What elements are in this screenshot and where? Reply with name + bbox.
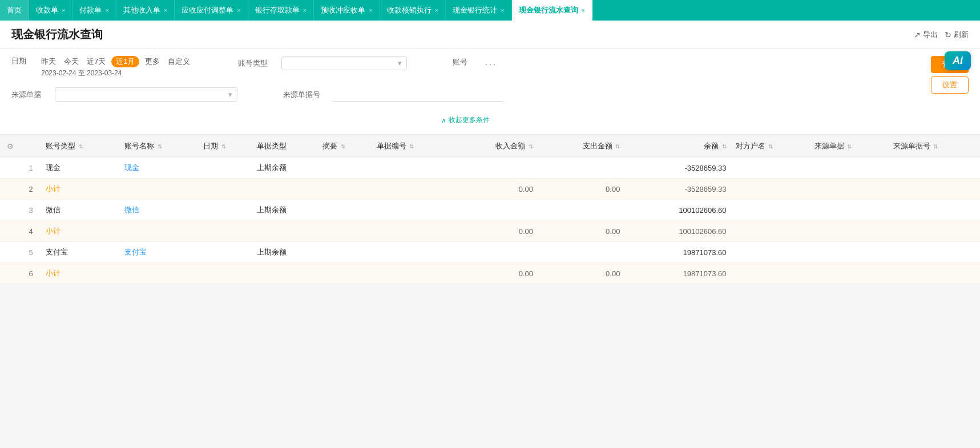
nav-cash-stats[interactable]: 现金银行统计 ×: [446, 0, 511, 21]
row-date-3: [199, 221, 252, 242]
source-doc-no-label: 来源单据号: [283, 90, 323, 100]
sort-icon-source-doc: ⇅: [847, 143, 852, 150]
col-doc-no-label: 单据编号: [377, 142, 406, 150]
nav-other-income-label: 其他收入单: [123, 5, 160, 15]
nav-payment[interactable]: 付款单 ×: [72, 0, 116, 21]
nav-cash-flow-label: 现金银行流水查询: [519, 5, 578, 15]
th-doc-no[interactable]: 单据编号 ⇅: [372, 135, 451, 158]
th-summary[interactable]: 摘要 ⇅: [318, 135, 372, 158]
row-account-type-4: 支付宝: [41, 242, 120, 263]
refresh-button[interactable]: ↻ 刷新: [945, 30, 969, 40]
page-title: 现金银行流水查询: [11, 27, 103, 42]
th-account-name[interactable]: 账号名称 ⇅: [120, 135, 199, 158]
row-doc-type-4: 上期余额: [252, 242, 318, 263]
nav-bank-deposit-close[interactable]: ×: [303, 7, 306, 14]
th-account-type[interactable]: 账号类型 ⇅: [41, 135, 120, 158]
table-row: 5支付宝支付宝上期余额19871073.60: [0, 242, 980, 263]
header-actions: ↗ 导出 ↻ 刷新: [914, 30, 969, 40]
export-button[interactable]: ↗ 导出: [914, 30, 938, 40]
nav-cash-flow[interactable]: 现金银行流水查询 ×: [512, 0, 592, 21]
source-doc-chevron: ▾: [228, 90, 232, 99]
row-date-5: [199, 263, 252, 284]
row-summary-4: [318, 242, 372, 263]
row-index-5: 6: [21, 263, 41, 284]
ai-badge[interactable]: Ai: [945, 51, 971, 70]
nav-prepay-close[interactable]: ×: [369, 7, 372, 14]
account-dots-button[interactable]: ...: [485, 56, 497, 68]
row-source-doc-no-3: [889, 221, 980, 242]
row-counterparty-1: [731, 179, 810, 200]
th-counterparty[interactable]: 对方户名 ⇅: [731, 135, 810, 158]
gear-settings-icon[interactable]: ⚙: [5, 142, 16, 151]
source-doc-no-input[interactable]: [332, 88, 503, 102]
nav-home[interactable]: 首页: [0, 0, 29, 21]
nav-cash-stats-close[interactable]: ×: [501, 7, 504, 14]
shortcut-7days[interactable]: 近7天: [84, 56, 108, 67]
shortcut-yesterday[interactable]: 昨天: [39, 56, 58, 67]
col-source-doc-label: 来源单据: [814, 142, 844, 150]
table-row: 4小计0.000.00100102606.60: [0, 221, 980, 242]
row-account-name-1: [120, 179, 199, 200]
collapse-icon: ∧: [441, 116, 446, 124]
row-account-type-2: 微信: [41, 200, 120, 221]
nav-adjustment[interactable]: 应收应付调整单 ×: [175, 0, 248, 21]
nav-other-income[interactable]: 其他收入单 ×: [116, 0, 175, 21]
row-doc-type-0: 上期余额: [252, 158, 318, 179]
row-counterparty-5: [731, 263, 810, 284]
page-header: 现金银行流水查询 ↗ 导出 ↻ 刷新: [0, 21, 980, 49]
th-expense[interactable]: 支出金额 ⇅: [538, 135, 624, 158]
nav-receipt[interactable]: 收款单 ×: [29, 0, 72, 21]
shortcut-more[interactable]: 更多: [143, 56, 162, 67]
nav-cash-flow-close[interactable]: ×: [582, 7, 585, 14]
account-label: 账号: [453, 57, 475, 67]
account-type-select[interactable]: ▾: [281, 56, 407, 70]
shortcut-today[interactable]: 今天: [62, 56, 81, 67]
row-account-type-3: 小计: [41, 221, 120, 242]
row-expense-5: 0.00: [538, 263, 624, 284]
shortcut-1month[interactable]: 近1月: [111, 56, 139, 67]
nav-verification[interactable]: 收款核销执行 ×: [380, 0, 446, 21]
row-account-name-5: [120, 263, 199, 284]
th-gear: ⚙: [0, 135, 21, 158]
nav-cash-stats-label: 现金银行统计: [453, 5, 497, 15]
source-doc-label: 来源单据: [11, 90, 46, 100]
nav-adjustment-close[interactable]: ×: [237, 7, 240, 14]
col-summary-label: 摘要: [322, 142, 337, 150]
nav-other-income-close[interactable]: ×: [164, 7, 167, 14]
nav-verification-close[interactable]: ×: [435, 7, 438, 14]
col-date-label: 日期: [203, 142, 218, 150]
row-gear-4: [0, 242, 21, 263]
th-balance[interactable]: 余额 ⇅: [624, 135, 731, 158]
nav-bank-deposit[interactable]: 银行存取款单 ×: [248, 0, 314, 21]
th-doc-type: 单据类型: [252, 135, 318, 158]
th-source-doc-no[interactable]: 来源单据号 ⇅: [889, 135, 980, 158]
nav-prepay[interactable]: 预收冲应收单 ×: [314, 0, 380, 21]
row-index-4: 5: [21, 242, 41, 263]
row-summary-5: [318, 263, 372, 284]
source-doc-select[interactable]: ▾: [55, 87, 237, 102]
nav-bank-deposit-label: 银行存取款单: [255, 5, 300, 15]
sort-icon-balance: ⇅: [722, 143, 727, 150]
row-counterparty-2: [731, 200, 810, 221]
nav-payment-close[interactable]: ×: [105, 7, 108, 14]
row-summary-2: [318, 200, 372, 221]
th-income[interactable]: 收入金额 ⇅: [451, 135, 538, 158]
data-table: ⚙ 账号类型 ⇅ 账号名称 ⇅ 日期 ⇅ 单据类型: [0, 135, 980, 284]
row-source-doc-2: [810, 200, 889, 221]
th-date[interactable]: 日期 ⇅: [199, 135, 252, 158]
th-source-doc[interactable]: 来源单据 ⇅: [810, 135, 889, 158]
settings-button[interactable]: 设置: [931, 76, 969, 94]
row-source-doc-5: [810, 263, 889, 284]
row-counterparty-4: [731, 242, 810, 263]
collapse-button[interactable]: ∧ 收起更多条件: [434, 113, 497, 127]
nav-prepay-label: 预收冲应收单: [321, 5, 365, 15]
th-index: [21, 135, 41, 158]
row-gear-3: [0, 221, 21, 242]
shortcut-custom[interactable]: 自定义: [166, 56, 192, 67]
nav-receipt-close[interactable]: ×: [62, 7, 65, 14]
nav-receipt-label: 收款单: [36, 5, 58, 15]
row-income-0: [451, 158, 538, 179]
row-gear-2: [0, 200, 21, 221]
row-expense-4: [538, 242, 624, 263]
row-counterparty-0: [731, 158, 810, 179]
